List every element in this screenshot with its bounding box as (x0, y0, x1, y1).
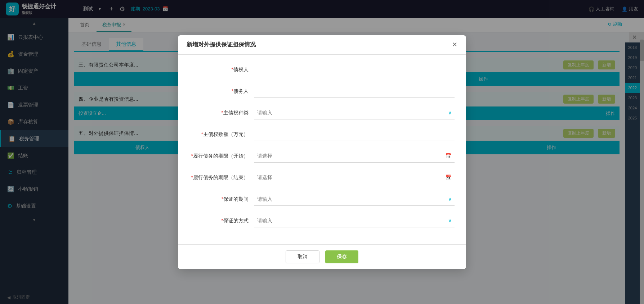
label-guarantee-method: *保证的方式 (189, 218, 254, 224)
input-guarantee-method[interactable] (254, 218, 448, 223)
select-guarantee-method[interactable]: ∨ (254, 214, 455, 227)
form-row-guarantee-period: *保证的期间 ∨ (189, 193, 455, 206)
label-claim-type: *主债权种类 (189, 110, 254, 116)
modal-title: 新增对外提供保证担保情况 (187, 41, 256, 49)
input-claim-amount[interactable] (254, 128, 455, 141)
select-claim-type[interactable]: ∨ (254, 106, 455, 119)
form-row-claim-type: *主债权种类 ∨ (189, 106, 455, 119)
label-obligation-end: *履行债务的期限（结束） (189, 174, 254, 181)
input-claim-type[interactable] (254, 110, 448, 115)
label-obligation-start: *履行债务的期限（开始） (189, 153, 254, 159)
label-creditor: *债权人 (189, 67, 254, 73)
datepicker-obligation-end[interactable]: 📅 (254, 171, 455, 184)
datepicker-obligation-start[interactable]: 📅 (254, 150, 455, 163)
form-row-guarantee-method: *保证的方式 ∨ (189, 214, 455, 227)
cancel-button[interactable]: 取消 (286, 250, 319, 263)
save-button[interactable]: 保存 (325, 250, 358, 263)
input-obligation-start[interactable] (254, 153, 446, 159)
modal-footer: 取消 保存 (178, 244, 466, 269)
label-guarantee-period: *保证的期间 (189, 196, 254, 203)
chevron-down-icon: ∨ (448, 110, 455, 115)
form-row-claim-amount: *主债权数额（万元） (189, 128, 455, 141)
select-guarantee-period[interactable]: ∨ (254, 193, 455, 206)
modal: 新增对外提供保证担保情况 ✕ *债权人 *债务人 * (178, 35, 466, 269)
form-row-creditor: *债权人 (189, 63, 455, 76)
chevron-down-period-icon: ∨ (448, 196, 455, 202)
label-debtor: *债务人 (189, 88, 254, 95)
label-claim-amount: *主债权数额（万元） (189, 131, 254, 138)
calendar-end-icon: 📅 (446, 174, 455, 180)
calendar-start-icon: 📅 (446, 153, 455, 159)
chevron-down-method-icon: ∨ (448, 218, 455, 223)
input-debtor[interactable] (254, 85, 455, 98)
modal-body: *债权人 *债务人 *主债权种类 ∨ (178, 55, 466, 244)
input-guarantee-period[interactable] (254, 196, 448, 202)
input-obligation-end[interactable] (254, 174, 446, 180)
form-row-obligation-start: *履行债务的期限（开始） 📅 (189, 150, 455, 163)
input-creditor[interactable] (254, 63, 455, 76)
form-row-debtor: *债务人 (189, 85, 455, 98)
modal-header: 新增对外提供保证担保情况 ✕ (178, 35, 466, 55)
modal-overlay: 新增对外提供保证担保情况 ✕ *债权人 *债务人 * (0, 0, 644, 304)
modal-close-button[interactable]: ✕ (452, 41, 457, 48)
form-row-obligation-end: *履行债务的期限（结束） 📅 (189, 171, 455, 184)
